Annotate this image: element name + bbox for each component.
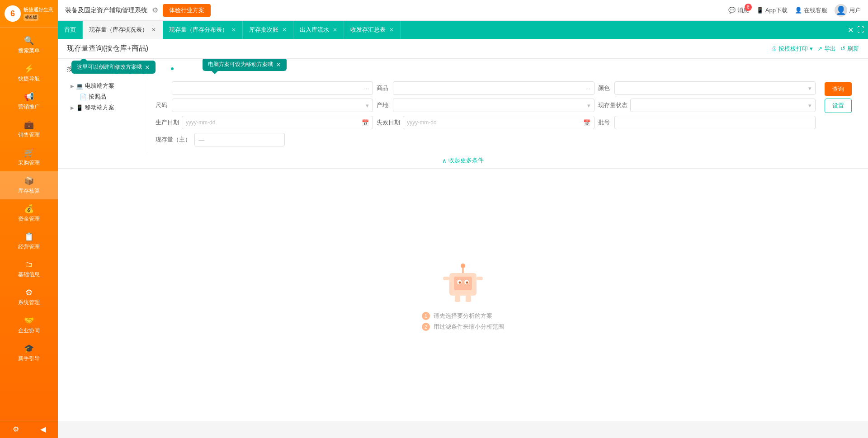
tab-home[interactable]: 首页 [58, 21, 83, 39]
sidebar-item-inventory[interactable]: 📦 库存核算 [0, 171, 58, 199]
tab-stock-status[interactable]: 现存量（库存状况表） ✕ [83, 21, 163, 39]
batch-input[interactable] [614, 116, 816, 129]
query-button[interactable]: 查询 [825, 82, 852, 96]
sidebar-item-purchase[interactable]: 🛒 采购管理 [0, 143, 58, 171]
tab-close-inout[interactable]: ✕ [333, 27, 337, 33]
printer-icon: 🖨 [771, 45, 777, 52]
export-icon: ↗ [817, 45, 822, 52]
origin-select[interactable]: ▾ [393, 99, 594, 112]
sidebar-item-marketing[interactable]: 📢 营销推广 [0, 87, 58, 115]
tooltip-scheme: 电脑方案可设为移动方案哦 ✕ [203, 59, 287, 71]
scheme-tree-item-mobile[interactable]: ▶ 📱 移动端方案 [67, 102, 148, 113]
maximize-button[interactable]: ⛶ [857, 26, 864, 34]
tab-close-stock-dist[interactable]: ✕ [231, 27, 236, 33]
set-button[interactable]: 设置 [825, 99, 852, 113]
refresh-icon: ↺ [840, 45, 845, 52]
filter-panel: 按以下方案查询 + ↺ ← 电脑方案可设为移动方案哦 ✕ 这里可以创建和 [58, 59, 868, 169]
tooltip-close-2[interactable]: ✕ [145, 64, 150, 71]
user-menu[interactable]: 👤 用户 [835, 4, 861, 17]
sidebar-item-finance[interactable]: 💰 资金管理 [0, 199, 58, 227]
user-name: 用户 [849, 6, 861, 14]
sidebar-item-guide[interactable]: 🎓 新手引导 [0, 339, 58, 367]
template-print-button[interactable]: 🖨 按模板打印 ▾ [771, 45, 813, 53]
scheme-tree-item-pc[interactable]: ▶ 💻 电脑端方案 [67, 80, 148, 91]
sidebar-item-nav[interactable]: ⚡ 快捷导航 [0, 59, 58, 87]
sidebar-item-basic[interactable]: 🗂 基础信息 [0, 255, 58, 283]
sidebar-item-management[interactable]: 📋 经营管理 [0, 227, 58, 255]
collapse-sidebar-button[interactable]: ◀ [40, 425, 46, 433]
logo-text: 畅捷通好生意 [24, 6, 53, 13]
sidebar-item-sales[interactable]: 💼 销售管理 [0, 115, 58, 143]
sidebar-item-cooperation[interactable]: 🤝 企业协同 [0, 311, 58, 339]
size-select[interactable]: ▾ [172, 99, 373, 112]
collapse-filter-button[interactable]: ∧ 收起更多条件 [67, 153, 859, 168]
expiry-date-input[interactable]: yyyy-mm-dd 📅 [403, 116, 594, 129]
settings-icon[interactable]: ⚙ [152, 6, 158, 14]
message-button[interactable]: 💬 消息 6 [728, 6, 749, 14]
calendar-icon-expiry: 📅 [583, 119, 590, 126]
app-download-label: App下载 [765, 6, 788, 14]
search-icon: 🔍 [24, 36, 34, 46]
expiry-date-placeholder: yyyy-mm-dd [407, 119, 583, 126]
dropdown-arrow-color: ▾ [808, 85, 811, 92]
scheme-tree-item-by-goods[interactable]: 📄 按照品 [67, 91, 148, 102]
tab-close-batch[interactable]: ✕ [282, 27, 287, 33]
filter-origin-cell: 产地 ▾ [377, 99, 594, 112]
filter-goods-cell: 商品 ··· [377, 81, 594, 95]
filter-row-3: 生产日期 yyyy-mm-dd 📅 失效日期 yyyy-mm-dd 📅 [156, 116, 816, 129]
experience-button[interactable]: 体验行业方案 [163, 4, 211, 17]
goods-select[interactable]: ··· [393, 81, 594, 95]
guide-icon: 🎓 [24, 344, 34, 353]
settings-button[interactable]: ⚙ [13, 425, 19, 433]
service-label: 在线客服 [804, 6, 827, 14]
empty-state: 1 请先选择要分析的方案 2 用过滤条件来缩小分析范围 [58, 169, 868, 421]
filter-expiry-date-cell: 失效日期 yyyy-mm-dd 📅 [377, 116, 594, 129]
filter-row-4: 现存量（主） — [156, 133, 816, 146]
tab-summary[interactable]: 收发存汇总表 ✕ [344, 21, 401, 39]
sidebar-nav: 🔍 搜索菜单 ⚡ 快捷导航 📢 营销推广 💼 销售管理 🛒 采购管理 📦 库存核… [0, 28, 58, 420]
page-header: 现存量查询(按仓库+商品) 🖨 按模板打印 ▾ ↗ 导出 ↺ 刷新 [58, 39, 868, 59]
service-button[interactable]: 👤 在线客服 [795, 6, 827, 14]
tooltip-close-1[interactable]: ✕ [276, 61, 281, 68]
tab-close-stock-status[interactable]: ✕ [151, 27, 156, 33]
scheme-tree: ▶ 💻 电脑端方案 📄 按照品 ▶ 📱 移动端方案 [67, 79, 148, 115]
service-icon: 👤 [795, 7, 802, 14]
dropdown-arrow-size: ▾ [366, 102, 369, 109]
filter-header: 按以下方案查询 + ↺ ← 电脑方案可设为移动方案哦 ✕ [67, 64, 859, 74]
scheme-icon-goods: 📄 [80, 94, 87, 100]
hint-number-1: 1 [422, 312, 430, 320]
warehouse-select[interactable]: ··· [172, 81, 373, 95]
tabs-actions: ✕ ⛶ [848, 26, 868, 34]
refresh-button[interactable]: ↺ 刷新 [840, 45, 859, 53]
expiry-date-label: 失效日期 [377, 118, 400, 127]
sidebar-item-system[interactable]: ⚙ 系统管理 [0, 283, 58, 311]
top-header: 装备及固定资产辅助管理系统 ⚙ 体验行业方案 💬 消息 6 📱 App下载 👤 … [58, 0, 868, 21]
app-download-button[interactable]: 📱 App下载 [756, 6, 788, 14]
chevron-down-icon: ▶ [71, 84, 74, 89]
stock-main-range[interactable]: — [194, 133, 285, 146]
management-icon: 📋 [24, 232, 34, 242]
filter-prod-date-cell: 生产日期 yyyy-mm-dd 📅 [156, 116, 373, 129]
finance-icon: 💰 [24, 204, 34, 214]
svg-point-5 [466, 281, 468, 283]
page-title: 现存量查询(按仓库+商品) [67, 44, 148, 53]
filter-stock-status-cell: 现存量状态 ▾ [598, 99, 816, 112]
sidebar-item-search[interactable]: 🔍 搜索菜单 [0, 31, 58, 59]
prod-date-input[interactable]: yyyy-mm-dd 📅 [182, 116, 373, 129]
more-icon-warehouse: ··· [364, 85, 369, 92]
color-select[interactable]: ▾ [614, 81, 816, 95]
hint-item-2: 2 用过滤条件来缩小分析范围 [422, 323, 504, 331]
tab-close-summary[interactable]: ✕ [389, 27, 394, 33]
scheme-tree-panel: 这里可以创建和修改方案哦 ✕ ▶ 💻 电脑端方案 📄 按照品 [67, 79, 148, 153]
color-label: 颜色 [598, 84, 612, 92]
tab-stock-dist[interactable]: 现存量（库存分布表） ✕ [163, 21, 243, 39]
goods-label: 商品 [377, 84, 390, 92]
tab-batch[interactable]: 库存批次账 ✕ [243, 21, 293, 39]
stock-status-select[interactable]: ▾ [630, 99, 816, 112]
close-all-tabs-button[interactable]: ✕ [848, 26, 854, 34]
svg-rect-10 [443, 277, 449, 280]
export-button[interactable]: ↗ 导出 [817, 45, 836, 53]
filter-color-cell: 颜色 ▾ [598, 81, 816, 95]
tab-inout[interactable]: 出入库流水 ✕ [293, 21, 344, 39]
avatar: 👤 [835, 4, 847, 17]
